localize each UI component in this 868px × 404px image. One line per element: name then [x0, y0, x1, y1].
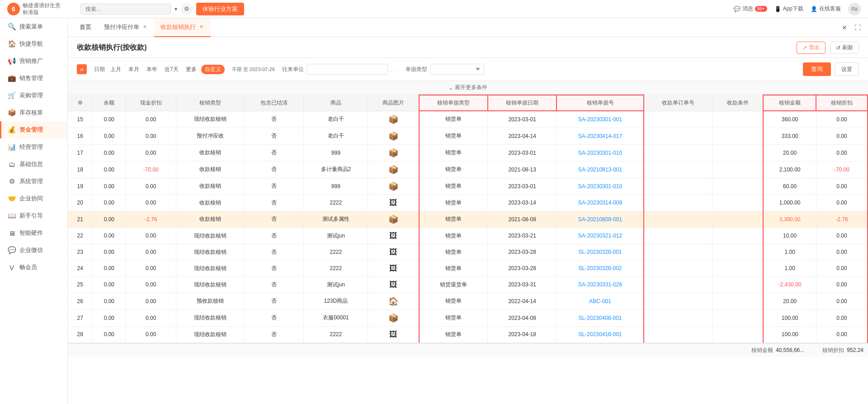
col-header-cancel-discount: 核销折扣: [816, 95, 868, 111]
sidebar-icon-ops-mgmt: 📊: [8, 143, 16, 151]
cancel-number-link[interactable]: SL-20230418-001: [578, 331, 622, 337]
date-tab-this-month[interactable]: 本月: [126, 65, 142, 74]
col-header-cash-discount: 现金折扣: [126, 95, 176, 111]
tab-bar-actions: ✕ ⛶: [840, 22, 863, 33]
cell-goods: 2222: [304, 244, 368, 260]
tab-prepay[interactable]: 预付冲应付单 ✕: [98, 18, 154, 37]
tab-collection-cancel[interactable]: 收款核销执行 ✕: [154, 18, 211, 37]
sidebar-icon-basic-info: 🗂: [8, 161, 16, 168]
cancel-number-link[interactable]: SA-20230314-008: [578, 200, 622, 206]
tab-home[interactable]: 首页: [73, 18, 98, 37]
cell-cancel-discount: -70.00: [816, 161, 868, 178]
cell-cancel-number: SA-20230301-001: [557, 111, 644, 128]
cancel-number-link[interactable]: SL-20230408-001: [578, 315, 622, 321]
sidebar-item-ops-mgmt[interactable]: 📊经营管理: [0, 138, 67, 156]
cell-cancel-number: SA-20230414-017: [557, 128, 644, 144]
cell-cancel-discount: 0.00: [816, 195, 868, 211]
cancel-number-link[interactable]: SA-20230414-017: [578, 133, 622, 139]
cell-receipt-order-no: [644, 260, 712, 276]
cancel-number-link[interactable]: SA-20230301-010: [578, 183, 622, 190]
cancel-number-link[interactable]: SA-20210808-001: [578, 216, 622, 223]
cell-cancel-type: 收款核销: [176, 195, 245, 211]
app-download-btn[interactable]: 📱 App下载: [774, 5, 803, 13]
collection-cancel-label: 收款核销执行: [160, 23, 196, 31]
cancel-number-link[interactable]: SL-20230328-001: [578, 249, 622, 255]
cell-cancel-number: SA-20210813-001: [557, 161, 644, 178]
export-icon: ↗: [802, 45, 807, 51]
cell-cash-discount: 0.00: [126, 244, 176, 260]
sidebar-item-purchase-mgmt[interactable]: 🛒采购管理: [0, 87, 67, 104]
cell-cash-discount: -2.76: [126, 211, 176, 228]
cell-include-cleared: 否: [244, 161, 303, 178]
cancel-number-link[interactable]: SA-20230301-010: [578, 150, 622, 156]
cancel-number-link[interactable]: SA-20230301-001: [578, 116, 622, 123]
messages-btn[interactable]: 💬 消息 99+: [734, 5, 767, 13]
col-header-goods-img: 商品图片: [368, 95, 419, 111]
maximize-tab-btn[interactable]: ⛶: [853, 22, 863, 33]
cell-cancel-number: ABC-001: [557, 293, 644, 309]
from-unit-input[interactable]: [307, 64, 388, 75]
filter-expand-btn[interactable]: »: [77, 64, 87, 74]
setting-btn[interactable]: 设置: [835, 62, 859, 76]
refresh-btn[interactable]: ↺ 刷新: [830, 42, 859, 54]
cell-goods-img: 🏠: [368, 293, 419, 309]
sidebar-label-basic-info: 基础信息: [19, 160, 43, 168]
cancel-number-link[interactable]: SA-20230321-012: [578, 233, 622, 239]
receipt-type-select[interactable]: [430, 64, 484, 75]
cell-cancel-receipt-type: 销货单: [419, 244, 488, 260]
cell-balance: 0.00: [93, 276, 126, 293]
cancel-number-link[interactable]: ABC-001: [589, 298, 611, 304]
expand-more-btn[interactable]: ⌄ 展开更多条件: [448, 84, 487, 91]
expand-more-icon: ⌄: [448, 85, 453, 91]
prepay-close-icon[interactable]: ✕: [142, 23, 148, 31]
cell-include-cleared: 否: [244, 244, 303, 260]
top-search-input[interactable]: [80, 4, 171, 14]
sidebar-item-inventory[interactable]: 📦库存核算: [0, 104, 67, 121]
sidebar-item-newbie[interactable]: 📖新手引导: [0, 207, 67, 224]
table-header-row: ⚙ 余额 现金折扣 核销类型 包含已结清 商品 商品图片 核销单据类型 核销单据…: [68, 95, 868, 111]
sidebar-item-sales-mgmt[interactable]: 💼销售管理: [0, 70, 67, 87]
sidebar-item-fund-mgmt[interactable]: 💰资金管理: [0, 121, 67, 138]
cell-cancel-number: SA-20230331-026: [557, 276, 644, 293]
cell-receipt-condition: [712, 293, 764, 309]
sidebar-item-vip[interactable]: V畅会员: [0, 259, 67, 276]
date-tab-more[interactable]: 更多: [183, 65, 199, 74]
date-tab-last-month[interactable]: 上月: [108, 65, 124, 74]
col-header-settings[interactable]: ⚙: [68, 95, 93, 111]
cell-cancel-receipt-type: 销货退货单: [419, 276, 488, 293]
date-tab-custom[interactable]: 自定义: [201, 65, 225, 74]
sidebar-item-basic-info[interactable]: 🗂基础信息: [0, 156, 67, 173]
date-filter-group: 日期 上月 本月 本年 近7天 更多 自定义: [94, 65, 225, 74]
sidebar-item-marketing[interactable]: 📢营销推广: [0, 52, 67, 70]
date-tab-this-year[interactable]: 本年: [144, 65, 160, 74]
user-avatar[interactable]: Rit: [848, 3, 861, 15]
cancel-number-link[interactable]: SL-20230328-002: [578, 265, 622, 271]
top-dropdown-icon[interactable]: ▾: [175, 6, 177, 12]
sidebar-item-search-menu[interactable]: 🔍搜索菜单: [0, 18, 67, 35]
export-btn[interactable]: ↗ 导出: [797, 42, 826, 54]
footer-cancel-discount-value: 952.24: [847, 347, 863, 353]
cancel-number-link[interactable]: SA-20230331-026: [578, 281, 622, 288]
query-btn[interactable]: 查询: [803, 62, 831, 76]
cell-cancel-amount: 2,100.00: [763, 161, 816, 178]
industry-solution-btn[interactable]: 休验行业方案: [196, 3, 244, 15]
online-service-btn[interactable]: 👤 在线客服: [811, 5, 841, 13]
collection-cancel-close-icon[interactable]: ✕: [198, 23, 204, 31]
close-tab-btn[interactable]: ✕: [840, 22, 849, 33]
cell-cancel-amount: 10.00: [763, 228, 816, 244]
messages-label: 消息: [742, 5, 753, 13]
date-tab-7days[interactable]: 近7天: [162, 65, 181, 74]
cell-cancel-receipt-type: 销货单: [419, 260, 488, 276]
sidebar-item-sys-mgmt[interactable]: ⚙系统管理: [0, 173, 67, 190]
sidebar-item-corp-collab[interactable]: 🤝企业协同: [0, 190, 67, 207]
settings-gear-btn[interactable]: ⚙: [181, 3, 193, 15]
cell-receipt-order-no: [644, 276, 712, 293]
table-row: 22 0.00 0.00 现结收款核销 否 测试jun 🖼 销货单 2023-0…: [68, 228, 868, 244]
cancel-number-link[interactable]: SA-20210813-001: [578, 166, 622, 173]
sidebar-item-quick-nav[interactable]: 🏠快捷导航: [0, 35, 67, 52]
page-title-row: 收款核销执行(按收款) ↗ 导出 ↺ 刷新: [77, 42, 859, 57]
sidebar-item-smart-hw[interactable]: 🖥智能硬件: [0, 224, 67, 242]
cell-cancel-number: SA-20230321-012: [557, 228, 644, 244]
sidebar-item-wechat-corp[interactable]: 💬企业微信: [0, 242, 67, 259]
sidebar-icon-purchase-mgmt: 🛒: [8, 91, 16, 100]
